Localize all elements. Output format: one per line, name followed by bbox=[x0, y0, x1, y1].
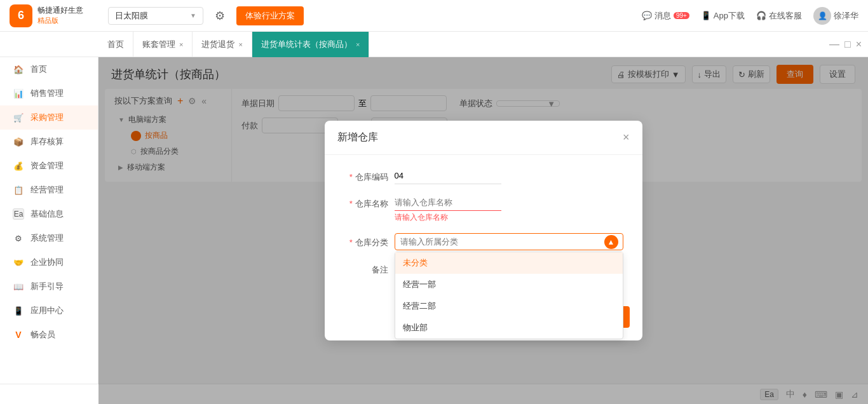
form-row-code: * 仓库编码 bbox=[344, 168, 623, 184]
app-center-icon: 📱 bbox=[13, 305, 24, 316]
app-download-item[interactable]: 📱 App下载 bbox=[701, 10, 745, 22]
tab-controls: — □ × bbox=[829, 39, 868, 50]
warehouse-category-input[interactable] bbox=[395, 233, 623, 250]
avatar: 👤 bbox=[813, 7, 831, 25]
sidebar-item-operation[interactable]: 📋 经营管理 bbox=[0, 178, 98, 202]
tab-home[interactable]: 首页 bbox=[98, 32, 133, 57]
app-icon: 📱 bbox=[701, 11, 711, 20]
warehouse-code-input[interactable] bbox=[395, 168, 501, 184]
tab-account[interactable]: 账套管理 × bbox=[133, 32, 193, 57]
logo-text: 畅捷通好生意 精品版 bbox=[37, 5, 83, 25]
modal-body: * 仓库编码 * 仓库名称 bbox=[325, 155, 642, 300]
sidebar-item-sales[interactable]: 📊 销售管理 bbox=[0, 81, 98, 105]
minimize-icon[interactable]: — bbox=[829, 39, 839, 50]
dropdown-item-1[interactable]: 经营一部 bbox=[395, 274, 623, 295]
member-icon: V bbox=[13, 329, 24, 340]
sidebar-item-basic-info[interactable]: Ea 基础信息 bbox=[0, 202, 98, 226]
sales-icon: 📊 bbox=[13, 88, 24, 99]
settings-icon[interactable]: ⚙ bbox=[210, 6, 230, 26]
trial-button[interactable]: 体验行业方案 bbox=[236, 6, 304, 25]
form-row-category: * 仓库分类 ▲ 未分类 经营一部 经营二部 物业部 bbox=[344, 233, 623, 250]
headset-icon: 🎧 bbox=[756, 11, 766, 20]
home-icon: 🏠 bbox=[13, 64, 24, 75]
notification-badge: 99+ bbox=[674, 12, 689, 19]
dropdown-item-2[interactable]: 经营二部 bbox=[395, 295, 623, 317]
warehouse-category-wrapper: ▲ 未分类 经营一部 经营二部 物业部 bbox=[395, 233, 623, 250]
tab-bar: 首页 账套管理 × 进货退货 × 进货单统计表（按商品） × — □ × bbox=[0, 32, 868, 57]
category-dropdown-list: 未分类 经营一部 经营二部 物业部 bbox=[395, 252, 623, 339]
content-area: 进货单统计（按商品） 🖨 按模板打印 ▼ ↓ 导出 ↻ 刷新 查询 设置 bbox=[98, 57, 868, 404]
new-warehouse-modal: 新增仓库 × * 仓库编码 bbox=[325, 121, 642, 340]
sidebar-item-newbie[interactable]: 📖 新手引导 bbox=[0, 274, 98, 299]
header-right: 💬 消息 99+ 📱 App下载 🎧 在线客服 👤 徐泽华 bbox=[642, 7, 858, 25]
warehouse-code-wrapper bbox=[395, 168, 623, 184]
finance-icon: 💰 bbox=[13, 160, 24, 172]
notification-item[interactable]: 💬 消息 99+ bbox=[642, 10, 689, 22]
sidebar-scrollable: 🏠 首页 📊 销售管理 🛒 采购管理 📦 库存核算 💰 资金管理 📋 经 bbox=[0, 57, 98, 347]
modal-overlay: 新增仓库 × * 仓库编码 bbox=[98, 57, 868, 404]
logo-area: 6 畅捷通好生意 精品版 bbox=[10, 4, 108, 27]
message-icon: 💬 bbox=[642, 11, 652, 20]
warehouse-name-input[interactable] bbox=[395, 194, 501, 211]
tab-close-icon[interactable]: × bbox=[356, 41, 360, 48]
warehouse-name-wrapper: 请输入仓库名称 bbox=[395, 194, 623, 223]
modal-close-icon[interactable]: × bbox=[623, 131, 630, 144]
collab-icon: 🤝 bbox=[13, 257, 24, 268]
warehouse-name-error: 请输入仓库名称 bbox=[395, 212, 623, 223]
online-service-item[interactable]: 🎧 在线客服 bbox=[756, 10, 802, 22]
inventory-icon: 📦 bbox=[13, 136, 24, 147]
modal-header: 新增仓库 × bbox=[325, 121, 642, 155]
sidebar-item-member[interactable]: V 畅会员 bbox=[0, 323, 98, 347]
sidebar-item-inventory[interactable]: 📦 库存核算 bbox=[0, 130, 98, 154]
form-row-name: * 仓库名称 请输入仓库名称 bbox=[344, 194, 623, 223]
system-icon: ⚙ bbox=[13, 232, 24, 244]
store-selector-arrow-icon: ▼ bbox=[190, 12, 196, 19]
basic-info-icon: Ea bbox=[13, 208, 24, 220]
warehouse-name-label: * 仓库名称 bbox=[344, 194, 388, 210]
header-center: 日太阳膜 ▼ ⚙ 体验行业方案 bbox=[108, 6, 642, 26]
remark-label: 备注 bbox=[344, 260, 388, 276]
tab-close-icon[interactable]: × bbox=[179, 41, 183, 48]
dropdown-item-0[interactable]: 未分类 bbox=[395, 252, 623, 274]
maximize-icon[interactable]: □ bbox=[844, 39, 851, 50]
sidebar-item-app-center[interactable]: 📱 应用中心 bbox=[0, 299, 98, 323]
sidebar-item-home[interactable]: 🏠 首页 bbox=[0, 57, 98, 81]
sidebar-item-system[interactable]: ⚙ 系统管理 bbox=[0, 226, 98, 250]
purchase-icon: 🛒 bbox=[13, 112, 24, 123]
main-layout: 🏠 首页 📊 销售管理 🛒 采购管理 📦 库存核算 💰 资金管理 📋 经 bbox=[0, 57, 868, 404]
modal-title: 新增仓库 bbox=[337, 131, 378, 144]
dropdown-arrow-icon[interactable]: ▲ bbox=[604, 235, 618, 249]
logo-icon: 6 bbox=[10, 4, 32, 27]
sidebar-item-purchase[interactable]: 🛒 采购管理 bbox=[0, 105, 98, 130]
user-item[interactable]: 👤 徐泽华 bbox=[813, 7, 858, 25]
operation-icon: 📋 bbox=[13, 184, 24, 196]
sidebar-item-collab[interactable]: 🤝 企业协同 bbox=[0, 250, 98, 274]
tab-purchase-stats[interactable]: 进货单统计表（按商品） × bbox=[252, 32, 369, 57]
top-header: 6 畅捷通好生意 精品版 日太阳膜 ▼ ⚙ 体验行业方案 💬 消息 99+ 📱 … bbox=[0, 0, 868, 32]
tab-purchase-return[interactable]: 进货退货 × bbox=[193, 32, 252, 57]
close-all-icon[interactable]: × bbox=[856, 39, 862, 50]
tab-close-icon[interactable]: × bbox=[238, 41, 242, 48]
sidebar-item-finance[interactable]: 💰 资金管理 bbox=[0, 154, 98, 178]
sidebar: 🏠 首页 📊 销售管理 🛒 采购管理 📦 库存核算 💰 资金管理 📋 经 bbox=[0, 57, 98, 404]
store-selector[interactable]: 日太阳膜 ▼ bbox=[108, 7, 203, 25]
dropdown-item-3[interactable]: 物业部 bbox=[395, 317, 623, 339]
newbie-icon: 📖 bbox=[13, 281, 24, 292]
warehouse-category-label: * 仓库分类 bbox=[344, 233, 388, 248]
warehouse-code-label: * 仓库编码 bbox=[344, 168, 388, 183]
